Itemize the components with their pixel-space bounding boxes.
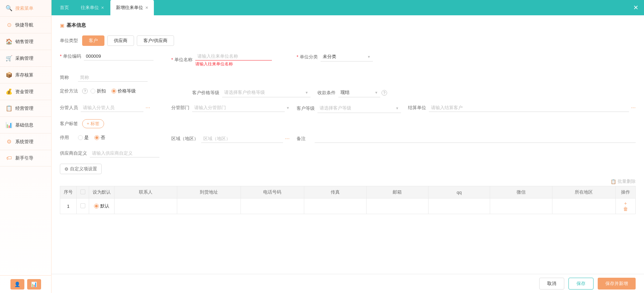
- row-region-input[interactable]: [556, 202, 612, 210]
- sidebar-item-label: 基础信息: [15, 122, 33, 128]
- row-wechat-input[interactable]: [494, 202, 549, 210]
- row-add-button[interactable]: +: [623, 201, 628, 206]
- sidebar-item-basic[interactable]: 📊 基础信息: [0, 117, 51, 133]
- batch-delete-label[interactable]: 批量删除: [618, 178, 636, 185]
- region-input[interactable]: [201, 135, 283, 143]
- type-buttons: 客户 供应商 客户/供应商: [82, 35, 174, 46]
- add-tag-button[interactable]: + 标签: [82, 119, 104, 128]
- unit-name-input[interactable]: [195, 52, 272, 60]
- customer-level-select[interactable]: 请选择客户等级 ▼: [317, 104, 401, 113]
- purchase-icon: 🛒: [6, 55, 13, 62]
- tab-units[interactable]: 往来单位 ✕: [75, 0, 110, 15]
- sidebar-item-purchase[interactable]: 🛒 采购管理: [0, 50, 51, 67]
- remark-input[interactable]: [315, 135, 636, 143]
- supplier-custom-input[interactable]: [90, 149, 159, 157]
- pricing-help-icon[interactable]: ?: [82, 88, 88, 94]
- sidebar-item-label: 资金管理: [15, 89, 33, 95]
- contact-table: 序号 设为默认 联系人 到货地址 电话号码 传真 邮箱 qq 微信 所在地区 操…: [60, 186, 636, 214]
- disable-yes-circle: [78, 135, 83, 140]
- region-label: 区域（地区）: [171, 136, 198, 142]
- sidebar-item-search[interactable]: 🔍 搜索菜单: [0, 0, 51, 17]
- row-default-label: 默认: [100, 203, 109, 209]
- basic-icon: 📊: [6, 122, 13, 128]
- sidebar-bottom-btn1[interactable]: 👤: [10, 279, 24, 290]
- manager-label: 分管人员: [60, 105, 78, 111]
- tab-new-unit-close[interactable]: ✕: [145, 6, 148, 10]
- tab-units-close[interactable]: ✕: [101, 6, 104, 10]
- type-btn-both[interactable]: 客户/供应商: [137, 35, 174, 46]
- disable-label: 停用: [60, 135, 69, 141]
- settlement-more-btn[interactable]: ···: [631, 105, 636, 111]
- payment-help-icon[interactable]: ?: [382, 90, 387, 96]
- discount-circle: [91, 89, 95, 93]
- customer-price-select[interactable]: 请选择客户价格等级 ▼: [222, 88, 311, 97]
- custom-settings-button[interactable]: ⚙ 自定义项设置: [60, 164, 102, 174]
- type-btn-customer[interactable]: 客户: [82, 35, 104, 46]
- manager-more-btn[interactable]: ···: [146, 105, 150, 111]
- cancel-button[interactable]: 取消: [539, 278, 564, 290]
- row-checkbox[interactable]: [80, 203, 85, 208]
- tab-units-label: 往来单位: [81, 5, 99, 11]
- supplier-custom-row: 供应商自定义: [60, 149, 636, 157]
- tab-new-unit[interactable]: 新增往来单位 ✕: [110, 0, 154, 15]
- tab-home[interactable]: 首页: [54, 0, 74, 15]
- sidebar-item-system[interactable]: ⚙ 系统管理: [0, 133, 51, 150]
- row-address-input[interactable]: [181, 202, 237, 210]
- sidebar-item-quicknav[interactable]: ⊙ 快捷导航: [0, 17, 51, 33]
- short-name-row: 简称: [60, 73, 636, 82]
- row-fax-input[interactable]: [308, 202, 363, 210]
- short-name-input[interactable]: [78, 73, 148, 82]
- disable-no-radio[interactable]: 否: [94, 135, 105, 141]
- type-btn-supplier[interactable]: 供应商: [107, 35, 134, 46]
- system-icon: ⚙: [6, 138, 13, 145]
- payment-condition-field: 收款条件 现结 ▼ ?: [317, 88, 636, 97]
- sidebar-item-guide[interactable]: 🏷 新手引导: [0, 150, 51, 166]
- manager-input[interactable]: [81, 104, 143, 112]
- sidebar-bottom-btn2[interactable]: 📊: [27, 279, 41, 290]
- unit-code-input[interactable]: [84, 52, 154, 60]
- col-address: 到货地址: [177, 186, 241, 198]
- row-fax: [304, 198, 367, 214]
- table-row: 1 默认: [60, 198, 636, 214]
- region-more-btn[interactable]: ···: [285, 136, 290, 142]
- pricing-method-label: 定价方法: [60, 88, 78, 94]
- tag-label: 客户标签: [60, 121, 78, 127]
- sidebar-item-inventory[interactable]: 📦 库存核算: [0, 67, 51, 83]
- tab-home-label: 首页: [60, 5, 69, 11]
- row-action: + 🗑: [615, 198, 635, 214]
- unit-category-select[interactable]: 未分类 ▼: [321, 52, 373, 62]
- manager-row: 分管人员 ··· 分管部门 ▼ 客户等级 请选择客户等级 ▼ 结算单位 ···: [60, 104, 636, 113]
- disable-yes-radio[interactable]: 是: [78, 135, 89, 141]
- tabbar-close-icon[interactable]: ✕: [630, 4, 641, 11]
- disable-radio-group: 是 否: [78, 135, 105, 141]
- operations-icon: 📋: [6, 105, 13, 112]
- sidebar-item-sales[interactable]: 🏠 销售管理: [0, 33, 51, 50]
- row-default-radio[interactable]: 默认: [93, 203, 111, 209]
- row-phone-input[interactable]: [244, 202, 300, 210]
- payment-condition-select[interactable]: 现结 ▼: [338, 88, 380, 97]
- sidebar-item-label: 新手引导: [15, 155, 33, 161]
- row-delete-button[interactable]: 🗑: [622, 206, 629, 212]
- row-contact-input[interactable]: [118, 202, 173, 210]
- save-button[interactable]: 保存: [568, 278, 594, 290]
- header-checkbox[interactable]: [80, 189, 85, 194]
- department-arrow: ▼: [286, 106, 290, 110]
- form-content: ▣ 基本信息 单位类型 客户 供应商 客户/供应商 单位编码 单位名称: [52, 15, 644, 274]
- col-fax: 传真: [304, 186, 367, 198]
- col-region: 所在地区: [552, 186, 615, 198]
- row-email-input[interactable]: [370, 202, 425, 210]
- row-qq-input[interactable]: [432, 202, 486, 210]
- sidebar-item-operations[interactable]: 📋 经营管理: [0, 100, 51, 117]
- save-new-button[interactable]: 保存并新增: [598, 278, 636, 290]
- sidebar-item-finance[interactable]: 💰 资金管理: [0, 83, 51, 100]
- pricing-radio-group: 折扣 价格等级: [91, 88, 136, 94]
- disable-region-row: 停用 是 否 区域（地区） ··· 备注: [60, 135, 636, 143]
- pricing-discount-radio[interactable]: 折扣: [91, 88, 106, 94]
- unit-type-label: 单位类型: [60, 38, 78, 44]
- pricing-level-radio[interactable]: 价格等级: [111, 88, 136, 94]
- department-input[interactable]: [192, 104, 285, 112]
- batch-delete-area: 📋 批量删除: [60, 178, 636, 185]
- table-header-row: 序号 设为默认 联系人 到货地址 电话号码 传真 邮箱 qq 微信 所在地区 操…: [60, 186, 636, 198]
- sidebar-item-label: 销售管理: [15, 39, 33, 45]
- settlement-unit-input[interactable]: [429, 104, 629, 112]
